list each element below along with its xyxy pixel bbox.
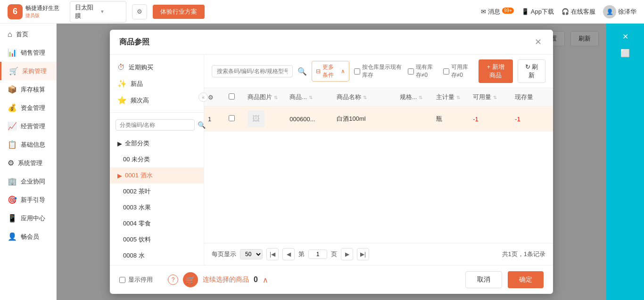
cat-active-expand-icon: ▶ xyxy=(117,172,122,179)
app-download-nav-item[interactable]: 📱 App下载 xyxy=(521,8,554,16)
sidebar-item-finance[interactable]: 💰 资金管理 xyxy=(0,99,56,117)
user-profile-nav-item[interactable]: 👤 徐泽华 xyxy=(603,5,636,18)
cell-code: 000600... xyxy=(286,107,333,132)
expand-window-button[interactable]: ⬜ xyxy=(606,45,644,61)
cell-img: 🖼 xyxy=(244,107,286,132)
row-checkbox[interactable] xyxy=(229,115,235,121)
cat-water[interactable]: 0008 水 xyxy=(110,248,204,260)
modal-body: ⏱ 近期购买 ✨ 新品 ⭐ 频次高 xyxy=(110,55,553,265)
total-info: 共1页，1条记录 xyxy=(502,250,545,258)
sort-name-icon: ⇅ xyxy=(363,95,367,100)
check-show-stock-label[interactable]: 按仓库显示现有库存 xyxy=(354,63,403,79)
headset-icon: 🎧 xyxy=(561,8,569,15)
cart-icon-button[interactable]: 🛒 xyxy=(183,272,198,287)
category-search-icon[interactable]: 🔍 xyxy=(198,121,206,129)
cat-snacks[interactable]: 0004 零食 xyxy=(110,216,204,232)
close-window-button[interactable]: ✕ xyxy=(606,28,644,45)
add-goods-button[interactable]: + 新增商品 xyxy=(479,59,513,83)
purchase-icon: 🛒 xyxy=(9,67,18,75)
check-has-stock[interactable] xyxy=(408,68,414,75)
goods-search-button[interactable]: 🔍 xyxy=(297,67,307,76)
settings-col-icon[interactable]: ⚙ xyxy=(208,94,214,101)
modal-close-button[interactable]: ✕ xyxy=(532,36,544,48)
modal-left-panel: ⏱ 近期购买 ✨ 新品 ⭐ 频次高 xyxy=(110,55,204,265)
confirm-button[interactable]: 确定 xyxy=(508,271,544,288)
check-show-stock[interactable] xyxy=(354,68,360,75)
online-service-nav-item[interactable]: 🎧 在线客服 xyxy=(561,8,595,16)
quick-frequent[interactable]: ⭐ 频次高 xyxy=(110,92,204,108)
dropdown-arrow-icon: ▼ xyxy=(100,9,121,14)
main-layout: ⌂ 首页 📊 销售管理 🛒 采购管理 📦 库存核算 💰 资金管理 📈 经营管理 … xyxy=(0,24,644,300)
settings-gear-button[interactable]: ⚙ xyxy=(132,4,147,19)
logo-text: 畅捷通好生意 捷员版 xyxy=(25,5,59,18)
goods-reference-modal: 商品参照 ✕ ⏱ 近期购买 ✨ xyxy=(110,30,553,294)
prev-page-button[interactable]: ◀ xyxy=(282,248,295,260)
refresh-button[interactable]: ↻ 刷新 xyxy=(518,59,545,83)
cat-tea[interactable]: 0002 茶叶 xyxy=(110,183,204,200)
check-avail-stock-label[interactable]: 可用库存≠0 xyxy=(443,63,474,79)
page-number-input[interactable] xyxy=(308,250,327,259)
system-icon: ⚙ xyxy=(8,158,14,167)
select-all-checkbox[interactable] xyxy=(229,93,235,100)
sidebar-item-inventory[interactable]: 📦 库存核算 xyxy=(0,80,56,99)
goods-table: ⚙ 商品图片 xyxy=(204,88,553,132)
page-size-select[interactable]: 50 xyxy=(240,249,263,259)
cat-all[interactable]: ▶ 全部分类 xyxy=(110,135,204,151)
filter-bar: 🔍 ⊟ 更多条件 ∧ 按仓库显示现有库存 xyxy=(204,55,553,88)
show-disabled-label[interactable]: 显示停用 xyxy=(119,275,153,284)
last-page-button[interactable]: ▶| xyxy=(357,248,369,260)
quick-select-area: ⏱ 近期购买 ✨ 新品 ⭐ 频次高 xyxy=(110,59,204,113)
sidebar-item-business[interactable]: 📈 经营管理 xyxy=(0,117,56,135)
sort-unit-icon: ⇅ xyxy=(456,95,460,100)
sidebar-item-sales[interactable]: 📊 销售管理 xyxy=(0,43,56,62)
next-page-button[interactable]: ▶ xyxy=(341,248,353,260)
sidebar-item-app-center[interactable]: 📱 应用中心 xyxy=(0,209,56,227)
sidebar-item-guide[interactable]: 🎯 新手引导 xyxy=(0,191,56,209)
branch-dropdown[interactable]: 日太阳膜 ▼ xyxy=(70,1,126,23)
member-icon: 👤 xyxy=(8,232,17,241)
frequent-icon: ⭐ xyxy=(117,96,127,105)
sort-spec-icon: ⇅ xyxy=(419,95,422,100)
avatar: 👤 xyxy=(603,5,616,18)
trial-button[interactable]: 体验行业方案 xyxy=(153,5,205,19)
sidebar-item-purchase[interactable]: 🛒 采购管理 xyxy=(0,62,56,80)
cat-expand-icon: ▶ xyxy=(117,140,122,147)
category-search-input[interactable] xyxy=(116,119,195,131)
collapse-panel-button[interactable]: « xyxy=(198,92,208,102)
cat-drinks[interactable]: 0005 饮料 xyxy=(110,232,204,248)
logo-area: 6 畅捷通好生意 捷员版 xyxy=(8,4,64,19)
cancel-button[interactable]: 取消 xyxy=(465,271,502,288)
sort-avail-icon: ⇅ xyxy=(493,95,497,100)
help-icon[interactable]: ? xyxy=(168,275,178,285)
quick-recent-purchase[interactable]: ⏱ 近期购买 xyxy=(110,59,204,75)
sidebar-item-system[interactable]: ⚙ 系统管理 xyxy=(0,154,56,172)
more-filter-button[interactable]: ⊟ 更多条件 ∧ xyxy=(312,61,349,82)
cell-num: 1 xyxy=(204,107,225,132)
cat-uncategorized[interactable]: 00 未分类 xyxy=(110,151,204,167)
messages-nav-item[interactable]: ✉ 消息 99+ xyxy=(481,8,514,16)
footer-actions: 取消 确定 xyxy=(465,271,544,288)
sidebar-item-enterprise[interactable]: 🏢 企业协同 xyxy=(0,172,56,191)
table-header-row: ⚙ 商品图片 xyxy=(204,88,553,107)
cell-available: -1 xyxy=(469,107,511,132)
sidebar-item-home[interactable]: ⌂ 首页 xyxy=(0,25,56,43)
sidebar-item-basic-info[interactable]: 📋 基础信息 xyxy=(0,135,56,154)
goods-search-input[interactable] xyxy=(212,65,293,77)
table-row[interactable]: 1 🖼 00 xyxy=(204,107,553,132)
first-page-button[interactable]: |◀ xyxy=(266,248,279,260)
footer-collapse-icon[interactable]: ∧ xyxy=(263,275,268,284)
sales-icon: 📊 xyxy=(8,48,17,57)
filter-arrow-icon: ∧ xyxy=(341,68,345,75)
cat-liquor[interactable]: ▶ 0001 酒水 xyxy=(110,167,204,183)
check-has-stock-label[interactable]: 现有库存≠0 xyxy=(408,63,438,79)
quick-new-goods[interactable]: ✨ 新品 xyxy=(110,75,204,92)
sort-code-icon: ⇅ xyxy=(309,95,313,100)
sidebar-item-member[interactable]: 👤 畅会员 xyxy=(0,227,56,246)
show-disabled-checkbox[interactable] xyxy=(119,277,125,283)
business-icon: 📈 xyxy=(8,122,17,131)
cell-name: 白酒100ml xyxy=(333,107,396,132)
cat-fruit[interactable]: 0003 水果 xyxy=(110,200,204,216)
toolbar-right: + 新增商品 ↻ 刷新 xyxy=(479,59,545,83)
check-avail-stock[interactable] xyxy=(443,68,449,75)
finance-icon: 💰 xyxy=(8,103,17,112)
